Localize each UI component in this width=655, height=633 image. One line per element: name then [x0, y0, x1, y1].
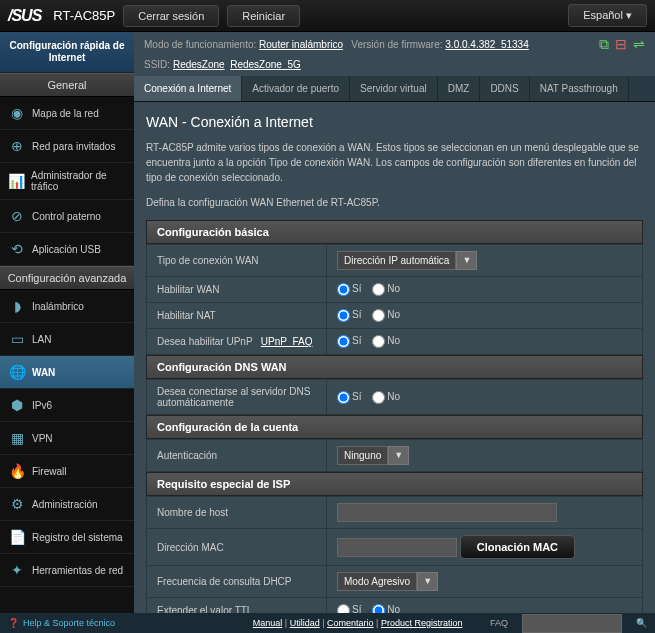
sidebar-item[interactable]: ⚙Administración: [0, 488, 134, 521]
footer-link[interactable]: Product Registration: [381, 618, 463, 628]
sidebar-icon: 📄: [8, 528, 26, 546]
footer-link[interactable]: Manual: [253, 618, 283, 628]
sidebar-item[interactable]: ⟲Aplicación USB: [0, 233, 134, 266]
sidebar-icon: ▭: [8, 330, 26, 348]
sidebar-section-general: General: [0, 73, 134, 97]
tabs: Conexión a InternetActivador de puertoSe…: [134, 76, 655, 102]
wan-type-select[interactable]: Dirección IP automática▼: [337, 251, 477, 270]
sidebar-item[interactable]: ⊘Control paterno: [0, 200, 134, 233]
enable-upnp-radio[interactable]: Sí No: [327, 329, 643, 355]
tab[interactable]: NAT Passthrough: [530, 76, 629, 101]
brand-logo: /SUS: [8, 7, 41, 25]
help-link[interactable]: ❓ Help & Soporte técnico: [8, 618, 115, 628]
dns-auto-radio[interactable]: Sí No: [327, 380, 643, 415]
footer-link[interactable]: Comentario: [327, 618, 374, 628]
sidebar-item[interactable]: 📄Registro del sistema: [0, 521, 134, 554]
sidebar-item[interactable]: ◉Mapa de la red: [0, 97, 134, 130]
sidebar-icon: 🌐: [8, 363, 26, 381]
mac-clone-button[interactable]: Clonación MAC: [460, 535, 575, 559]
sidebar-icon: ◗: [8, 297, 26, 315]
sidebar-item[interactable]: ⬢IPv6: [0, 389, 134, 422]
sidebar-item[interactable]: ⊕Red para invitados: [0, 130, 134, 163]
sidebar-icon: ⟲: [8, 240, 26, 258]
search-icon[interactable]: 🔍: [636, 618, 647, 628]
section-basic: Configuración básica: [146, 220, 643, 244]
section-account: Configuración de la cuenta: [146, 415, 643, 439]
faq-label: FAQ: [490, 618, 508, 628]
usb-icon[interactable]: ⇌: [633, 36, 645, 53]
mac-input[interactable]: [337, 538, 457, 557]
sidebar: Configuración rápida de Internet General…: [0, 32, 134, 613]
sidebar-icon: 🔥: [8, 462, 26, 480]
sidebar-item[interactable]: ▭LAN: [0, 323, 134, 356]
tab[interactable]: DDNS: [480, 76, 529, 101]
dhcp-freq-select[interactable]: Modo Agresivo▼: [337, 572, 438, 591]
sidebar-item[interactable]: ◗Inalámbrico: [0, 290, 134, 323]
sidebar-icon: ◉: [8, 104, 26, 122]
sidebar-item[interactable]: 🔥Firewall: [0, 455, 134, 488]
sidebar-item[interactable]: ✦Herramientas de red: [0, 554, 134, 587]
extend-ttl-radio[interactable]: Sí No: [327, 598, 643, 614]
status-icon-2[interactable]: ⊟: [615, 36, 627, 53]
tab[interactable]: DMZ: [438, 76, 481, 101]
status-icon-1[interactable]: ⧉: [599, 36, 609, 53]
sidebar-icon: ⊘: [8, 207, 26, 225]
sidebar-icon: ⊕: [8, 137, 26, 155]
sidebar-icon: ✦: [8, 561, 26, 579]
page-desc-1: RT-AC85P admite varios tipos de conexión…: [146, 140, 643, 185]
page-desc-2: Defina la configuración WAN Ethernet de …: [146, 195, 643, 210]
footer-link[interactable]: Utilidad: [290, 618, 320, 628]
upnp-faq-link[interactable]: UPnP_FAQ: [261, 336, 313, 347]
sidebar-icon: ▦: [8, 429, 26, 447]
enable-wan-radio[interactable]: Sí No: [327, 277, 643, 303]
footer: ❓ Help & Soporte técnico Manual | Utilid…: [0, 613, 655, 633]
page-title: WAN - Conexión a Internet: [146, 114, 643, 130]
topbar: /SUS RT-AC85P Cerrar sesión Reiniciar Es…: [0, 0, 655, 32]
mode-link[interactable]: Router inalámbrico: [259, 39, 343, 50]
sidebar-icon: ⬢: [8, 396, 26, 414]
enable-nat-radio[interactable]: Sí No: [327, 303, 643, 329]
faq-search[interactable]: [522, 614, 622, 633]
sidebar-item[interactable]: ▦VPN: [0, 422, 134, 455]
section-isp: Requisito especial de ISP: [146, 472, 643, 496]
reboot-button[interactable]: Reiniciar: [227, 5, 300, 27]
sidebar-icon: 📊: [8, 172, 25, 190]
main-content: Modo de funcionamiento: Router inalámbri…: [134, 32, 655, 613]
tab[interactable]: Conexión a Internet: [134, 76, 242, 101]
hostname-input[interactable]: [337, 503, 557, 522]
quick-setup-button[interactable]: Configuración rápida de Internet: [0, 32, 134, 73]
sidebar-icon: ⚙: [8, 495, 26, 513]
ssid-2[interactable]: RedesZone_5G: [230, 59, 301, 70]
tab[interactable]: Activador de puerto: [242, 76, 350, 101]
logout-button[interactable]: Cerrar sesión: [123, 5, 219, 27]
auth-select[interactable]: Ninguno▼: [337, 446, 409, 465]
tab[interactable]: Servidor virtual: [350, 76, 438, 101]
sidebar-item[interactable]: 📊Administrador de tráfico: [0, 163, 134, 200]
sidebar-item[interactable]: 🌐WAN: [0, 356, 134, 389]
sidebar-section-advanced: Configuración avanzada: [0, 266, 134, 290]
model-name: RT-AC85P: [53, 8, 115, 23]
firmware-link[interactable]: 3.0.0.4.382_51334: [445, 39, 528, 50]
ssid-1[interactable]: RedesZone: [173, 59, 225, 70]
language-select[interactable]: Español ▾: [568, 4, 647, 27]
section-dns: Configuración DNS WAN: [146, 355, 643, 379]
